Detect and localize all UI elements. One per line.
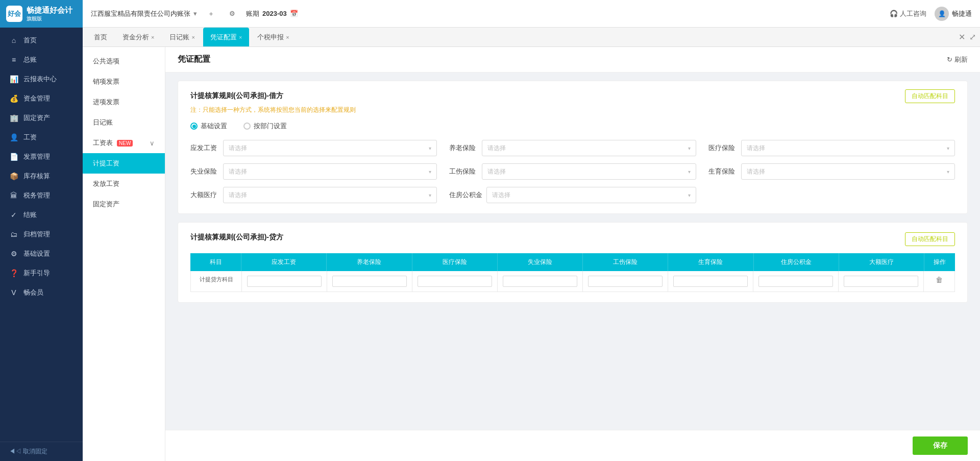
- tab-home[interactable]: 首页: [87, 28, 114, 46]
- sidebar-item-home[interactable]: ⌂ 首页: [0, 31, 83, 50]
- tab-fund-analysis-label: 资金分析: [122, 33, 149, 42]
- refresh-icon: ↻: [947, 56, 952, 63]
- input-medical[interactable]: [418, 276, 492, 287]
- pension-select[interactable]: 请选择 ▾: [482, 140, 696, 156]
- sidebar-item-fixed-assets[interactable]: 🏢 固定资产: [0, 108, 83, 128]
- new-badge: NEW: [117, 140, 133, 147]
- left-panel-item-journal[interactable]: 日记账: [83, 112, 165, 133]
- sidebar-item-settlement[interactable]: ✓ 结账: [0, 205, 83, 225]
- sidebar-item-inventory[interactable]: 📦 库存核算: [0, 166, 83, 186]
- topbar-right: 🎧 人工咨询 👤 畅捷通: [890, 7, 972, 21]
- radio-by-dept-settings[interactable]: 按部门设置: [243, 122, 287, 131]
- medical-placeholder: 请选择: [747, 144, 765, 153]
- radio-basic-settings[interactable]: 基础设置: [190, 122, 227, 131]
- sidebar-item-beginner-guide[interactable]: ❓ 新手引导: [0, 263, 83, 283]
- should-pay-select[interactable]: 请选择 ▾: [223, 140, 437, 156]
- debit-section-note: 注：只能选择一种方式，系统将按照您当前的选择来配置规则: [190, 106, 356, 114]
- input-work-injury[interactable]: [588, 276, 663, 287]
- delete-row-button[interactable]: 🗑: [936, 276, 943, 284]
- plus-icon: ＋: [208, 9, 214, 18]
- housing-fund-arrow: ▾: [688, 192, 691, 198]
- save-button[interactable]: 保存: [913, 436, 968, 455]
- company-selector[interactable]: 江西服宝精品有限责任公司内账张 ▾: [91, 9, 197, 18]
- input-should-pay[interactable]: [247, 276, 322, 287]
- left-panel-item-calculate-salary[interactable]: 计提工资: [83, 153, 165, 174]
- sidebar-item-tax-management[interactable]: 🏛 税务管理: [0, 186, 83, 205]
- tab-tax-report[interactable]: 个税申报 ×: [250, 28, 296, 46]
- credit-auto-match-button[interactable]: 自动匹配科目: [905, 232, 955, 246]
- unemployment-select[interactable]: 请选择 ▾: [223, 163, 437, 180]
- expand-tab-button[interactable]: ⤢: [969, 32, 976, 42]
- medical-select[interactable]: 请选择 ▾: [741, 140, 955, 156]
- input-maternity[interactable]: [673, 276, 748, 287]
- left-panel-item-fixed-assets[interactable]: 固定资产: [83, 194, 165, 214]
- sidebar-item-basic-settings[interactable]: ⚙ 基础设置: [0, 244, 83, 263]
- sidebar-item-invoice-management[interactable]: 📄 发票管理: [0, 147, 83, 166]
- period-selector[interactable]: 账期 2023-03 📅: [246, 9, 298, 18]
- page-header: 凭证配置 ↻ 刷新: [165, 47, 980, 72]
- tab-voucher-config[interactable]: 凭证配置 ×: [203, 28, 249, 46]
- left-panel-item-salary-table[interactable]: 工资表 NEW ∨: [83, 133, 165, 153]
- customer-service-button[interactable]: 🎧 人工咨询: [890, 9, 926, 18]
- debit-auto-match-button[interactable]: 自动匹配科目: [905, 89, 955, 103]
- sidebar-item-archive-management[interactable]: 🗂 归档管理: [0, 225, 83, 244]
- housing-fund-select[interactable]: 请选择 ▾: [486, 187, 696, 203]
- left-panel-item-sales-invoice[interactable]: 销项发票: [83, 71, 165, 92]
- page-title: 凭证配置: [178, 54, 210, 65]
- input-pension[interactable]: [332, 276, 407, 287]
- sidebar-item-cloud-reports[interactable]: 📊 云报表中心: [0, 69, 83, 89]
- tab-tax-report-close[interactable]: ×: [286, 34, 289, 40]
- tab-fund-analysis[interactable]: 资金分析 ×: [115, 28, 161, 46]
- settlement-icon: ✓: [9, 211, 18, 219]
- th-subject: 科目: [190, 253, 241, 271]
- app-logo-icon: 好会: [6, 6, 22, 22]
- sidebar-item-general-ledger[interactable]: ≡ 总账: [0, 50, 83, 69]
- sidebar-item-salary[interactable]: 👤 工资: [0, 128, 83, 147]
- settings-button[interactable]: ⚙: [225, 6, 240, 21]
- tab-journal[interactable]: 日记账 ×: [162, 28, 202, 46]
- sidebar-item-vip[interactable]: V 畅会员: [0, 283, 83, 302]
- work-injury-select[interactable]: 请选择 ▾: [482, 163, 696, 180]
- calendar-icon: 📅: [290, 10, 298, 17]
- td-large-medical: [839, 271, 924, 292]
- input-housing-fund[interactable]: [758, 276, 833, 287]
- th-maternity: 生育保险: [668, 253, 753, 271]
- add-tab-button[interactable]: ＋: [203, 6, 218, 21]
- left-panel-item-common-options[interactable]: 公共选项: [83, 51, 165, 71]
- company-dropdown-icon: ▾: [193, 10, 197, 17]
- salary-icon: 👤: [9, 133, 18, 141]
- tab-fund-analysis-close[interactable]: ×: [151, 34, 154, 40]
- user-profile-button[interactable]: 👤 畅捷通: [935, 7, 972, 21]
- left-panel-item-input-invoice[interactable]: 进项发票: [83, 92, 165, 112]
- form-item-work-injury: 工伤保险 请选择 ▾: [449, 163, 696, 180]
- credit-section: 计提核算规则(公司承担)-贷方 自动匹配科目 科目 应发工资 养老保险 医疗保险…: [178, 222, 968, 303]
- sidebar-item-label: 固定资产: [23, 113, 50, 123]
- sidebar-item-label: 工资: [23, 133, 37, 142]
- should-pay-label: 应发工资: [190, 143, 219, 153]
- sidebar-item-label: 结账: [23, 210, 37, 220]
- debit-section-title: 计提核算规则(公司承担)-借方: [190, 91, 356, 101]
- unemployment-label: 失业保险: [190, 167, 219, 176]
- unpin-sidebar-button[interactable]: ◀◁ 取消固定: [0, 442, 83, 461]
- sidebar-item-fund-management[interactable]: 💰 资金管理: [0, 89, 83, 108]
- tab-journal-close[interactable]: ×: [191, 34, 194, 40]
- close-tab-button[interactable]: ✕: [959, 32, 965, 42]
- sidebar-item-label: 税务管理: [23, 191, 50, 200]
- tab-tax-report-label: 个税申报: [257, 33, 284, 42]
- maternity-arrow: ▾: [947, 169, 949, 175]
- large-medical-select[interactable]: 请选择 ▾: [223, 187, 437, 203]
- tab-voucher-config-close[interactable]: ×: [239, 34, 242, 40]
- medical-label: 医疗保险: [708, 143, 737, 153]
- left-panel-item-distribute-salary[interactable]: 发放工资: [83, 174, 165, 194]
- input-unemployment[interactable]: [503, 276, 577, 287]
- journal-label: 日记账: [93, 118, 113, 127]
- large-medical-arrow: ▾: [429, 192, 431, 198]
- maternity-placeholder: 请选择: [747, 167, 765, 176]
- input-large-medical[interactable]: [844, 276, 918, 287]
- tabbar-controls: ✕ ⤢: [959, 32, 976, 42]
- th-operation: 操作: [924, 253, 955, 271]
- sidebar: 好会 畅捷通好会计 旗舰版 ⌂ 首页 ≡ 总账 📊 云报表中心 💰 资金管理 🏢…: [0, 0, 83, 461]
- maternity-select[interactable]: 请选择 ▾: [741, 163, 955, 180]
- housing-fund-placeholder: 请选择: [492, 191, 510, 200]
- refresh-button[interactable]: ↻ 刷新: [947, 55, 968, 64]
